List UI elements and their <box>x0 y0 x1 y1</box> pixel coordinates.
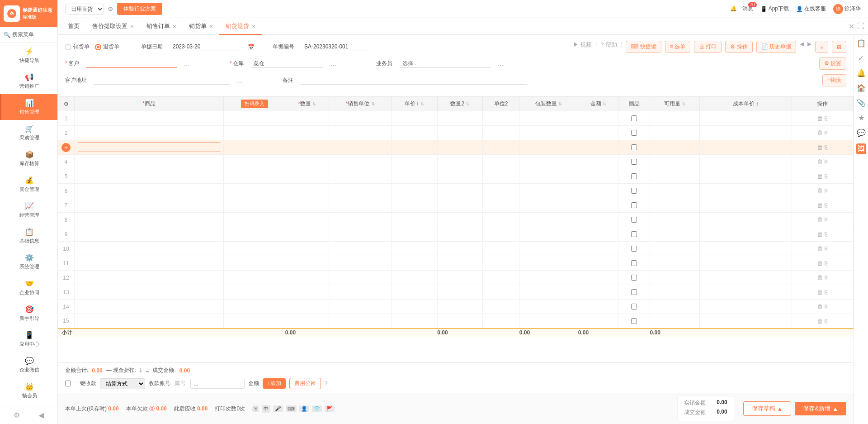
unit-cell[interactable] <box>329 300 392 314</box>
right-panel-attach[interactable]: 📎 <box>857 99 866 107</box>
settings-icon[interactable]: ⚙ <box>14 411 20 419</box>
sidebar-item-operations[interactable]: 📈 经营管理 <box>0 197 57 223</box>
gift-checkbox[interactable] <box>631 115 637 121</box>
qty-cell[interactable] <box>285 126 329 140</box>
address-input[interactable] <box>94 76 230 85</box>
right-panel-star[interactable]: ★ <box>858 114 864 122</box>
gift-cell[interactable] <box>618 111 650 126</box>
copy-row-btn[interactable]: ⎘ <box>825 129 828 136</box>
copy-row-btn[interactable]: ⎘ <box>825 187 828 194</box>
pack-cell[interactable] <box>519 155 578 169</box>
gift-checkbox[interactable] <box>631 202 637 208</box>
qty-cell[interactable] <box>285 242 329 256</box>
sidebar-item-wechat[interactable]: 💬 企业微信 <box>0 352 57 378</box>
price-cell[interactable] <box>392 184 438 198</box>
price-cell[interactable] <box>392 213 438 227</box>
pack-cell[interactable] <box>519 285 578 300</box>
qty-cell[interactable] <box>285 314 329 329</box>
unit2-cell[interactable] <box>483 227 519 242</box>
copy-row-btn[interactable]: ⎘ <box>825 274 828 281</box>
gift-cell[interactable] <box>618 155 650 169</box>
avail-cell[interactable] <box>650 213 700 227</box>
product-cell[interactable] <box>75 314 224 329</box>
salesperson-dots[interactable]: ... <box>495 60 505 68</box>
price-cell[interactable] <box>392 227 438 242</box>
amount-cell[interactable] <box>578 256 618 271</box>
unit-cell[interactable] <box>329 169 392 184</box>
unit-cell[interactable] <box>329 126 392 140</box>
right-panel-home[interactable]: 🏠 <box>857 84 866 92</box>
gift-cell-active[interactable] <box>618 140 650 155</box>
delete-row-btn[interactable]: 🗑 <box>817 202 823 209</box>
th-barcode[interactable]: 扫码录入 <box>224 97 285 111</box>
delete-row-btn[interactable]: 🗑 <box>817 158 823 165</box>
delete-row-btn[interactable]: 🗑 <box>817 231 823 238</box>
unit-cell[interactable] <box>329 256 392 271</box>
radio-sales[interactable]: 销货单 <box>65 43 90 51</box>
product-cell[interactable] <box>75 111 224 126</box>
avail-cell-active[interactable] <box>650 140 700 155</box>
avail-cell[interactable] <box>650 111 700 126</box>
product-input-active[interactable] <box>78 143 220 152</box>
cost-cell[interactable] <box>699 126 792 140</box>
price-cell[interactable] <box>392 300 438 314</box>
notification-wrap[interactable]: 🔔 70 消息 <box>730 5 753 13</box>
unit-sort-icon[interactable]: ⇅ <box>371 101 375 106</box>
amount-sort-icon[interactable]: ⇅ <box>603 101 606 106</box>
amount-cell-active[interactable] <box>578 140 618 155</box>
cost-cell[interactable] <box>699 111 792 126</box>
remark-input[interactable] <box>301 76 527 85</box>
avail-sort-icon[interactable]: ⇅ <box>682 101 685 106</box>
video-icon[interactable]: ▶ 视频 <box>573 41 592 53</box>
gift-checkbox[interactable] <box>631 217 637 223</box>
avail-cell[interactable] <box>650 285 700 300</box>
right-panel-bell[interactable]: 🔔 <box>857 69 866 77</box>
product-cell[interactable] <box>75 285 224 300</box>
cost-cell[interactable] <box>699 271 792 285</box>
unit2-cell[interactable] <box>483 198 519 213</box>
unit2-cell[interactable] <box>483 155 519 169</box>
qty-cell[interactable] <box>285 155 329 169</box>
gift-cell[interactable] <box>618 285 650 300</box>
unit-cell-active[interactable] <box>329 140 392 155</box>
cost-cell[interactable] <box>699 256 792 271</box>
amount-cell[interactable] <box>578 271 618 285</box>
unit-cell[interactable] <box>329 213 392 227</box>
unit-cell[interactable] <box>329 155 392 169</box>
pack-cell[interactable] <box>519 242 578 256</box>
tab-price-setting[interactable]: 售价提取设置 ✕ <box>86 19 140 35</box>
unit-cell[interactable] <box>329 285 392 300</box>
amount-cell[interactable] <box>578 198 618 213</box>
product-cell[interactable] <box>75 300 224 314</box>
amount-cell[interactable] <box>578 169 618 184</box>
amount-cell[interactable] <box>578 184 618 198</box>
price-cell[interactable] <box>392 155 438 169</box>
qty-cell[interactable] <box>285 300 329 314</box>
history-btn[interactable]: 📄 历史单据 <box>756 41 796 53</box>
online-support[interactable]: 👤 在线客服 <box>796 5 826 13</box>
price-cell[interactable] <box>392 198 438 213</box>
delete-row-btn[interactable]: 🗑 <box>817 274 823 281</box>
pack-cell[interactable] <box>519 300 578 314</box>
delete-row-btn[interactable]: 🗑 <box>817 318 823 324</box>
unit2-cell[interactable] <box>483 314 519 329</box>
warehouse-input[interactable] <box>251 59 323 68</box>
product-cell[interactable] <box>75 256 224 271</box>
gift-checkbox[interactable] <box>631 304 637 310</box>
price-cell[interactable] <box>392 169 438 184</box>
price-cell-active[interactable] <box>392 140 438 155</box>
cost-cell-active[interactable] <box>699 140 792 155</box>
product-cell[interactable] <box>75 198 224 213</box>
unit2-cell[interactable] <box>483 300 519 314</box>
unit-cell[interactable] <box>329 242 392 256</box>
copy-row-btn[interactable]: ⎘ <box>825 260 828 267</box>
gift-cell[interactable] <box>618 198 650 213</box>
pack-cell[interactable] <box>519 198 578 213</box>
product-cell[interactable] <box>75 155 224 169</box>
qty2-cell[interactable] <box>437 111 482 126</box>
avail-cell[interactable] <box>650 256 700 271</box>
trial-button[interactable]: 体验行业方案 <box>117 3 162 15</box>
doc-num-input[interactable] <box>302 43 374 51</box>
qty-sort-icon[interactable]: ⇅ <box>312 101 316 106</box>
unit-cell[interactable] <box>329 271 392 285</box>
